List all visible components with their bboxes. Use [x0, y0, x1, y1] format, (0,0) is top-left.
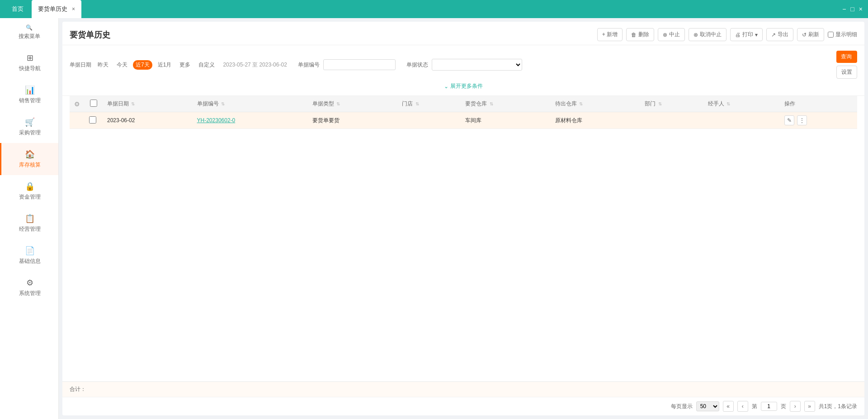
export-icon: ↗ — [771, 32, 776, 38]
print-dropdown-icon: ▾ — [755, 32, 758, 38]
sidebar-item-label: 资金管理 — [19, 193, 41, 201]
delete-icon: 🗑 — [631, 32, 637, 38]
date-tab-1month[interactable]: 近1月 — [155, 60, 175, 70]
main-content: 要货单历史 + 新增 🗑 删除 ⊗ 中止 ⊗ 取消中止 — [59, 18, 868, 419]
table-header-row: ⚙ 单据日期 ⇅ 单据编号 ⇅ — [70, 96, 857, 112]
date-tab-custom[interactable]: 自定义 — [196, 60, 217, 70]
order-no-filter: 单据编号 — [298, 59, 396, 70]
filter-row: 单据日期 昨天 今天 近7天 近1月 更多 自定义 2023-05-27 至 2… — [70, 51, 857, 79]
order-no-input[interactable] — [323, 59, 396, 70]
print-icon: 🖨 — [735, 32, 741, 38]
date-filter: 单据日期 昨天 今天 近7天 近1月 更多 自定义 2023-05-27 至 2… — [70, 60, 287, 70]
order-no-link[interactable]: YH-20230602-0 — [197, 117, 236, 124]
table-row: 2023-06-02 YH-20230602-0 要货单要货 车间库 原材料仓库 — [70, 112, 857, 129]
sidebar-item-finance[interactable]: 🔒 资金管理 — [0, 175, 58, 207]
date-tab-more[interactable]: 更多 — [177, 60, 193, 70]
maximize-icon[interactable]: □ — [850, 5, 854, 13]
col-settings: ⚙ — [70, 96, 85, 112]
header-actions: + 新增 🗑 删除 ⊗ 中止 ⊗ 取消中止 🖨 打 — [597, 28, 857, 41]
col-date-header: 单据日期 ⇅ — [103, 96, 193, 112]
sidebar-item-purchase[interactable]: 🛒 采购管理 — [0, 111, 58, 143]
page-size-label: 每页显示 — [671, 403, 693, 410]
sidebar-item-base-info[interactable]: 📄 基础信息 — [0, 239, 58, 271]
row-pending-warehouse: 原材料仓库 — [551, 112, 640, 129]
sidebar-search[interactable]: 🔍 搜索菜单 — [0, 18, 58, 47]
sidebar-item-system[interactable]: ⚙ 系统管理 — [0, 271, 58, 304]
sort-icon: ⇅ — [336, 101, 340, 106]
close-tab-icon[interactable]: × — [72, 6, 75, 12]
sidebar: 🔍 搜索菜单 ⊞ 快捷导航 📊 销售管理 🛒 采购管理 🏠 库存核算 🔒 资金管… — [0, 18, 59, 419]
sidebar-item-label: 经营管理 — [19, 225, 41, 233]
row-dept — [640, 112, 703, 129]
quick-nav-icon: ⊞ — [27, 53, 33, 63]
row-date: 2023-06-02 — [103, 112, 193, 129]
sidebar-item-label: 快捷导航 — [19, 65, 41, 72]
status-filter: 单据状态 — [406, 59, 522, 71]
date-tab-today[interactable]: 今天 — [114, 60, 130, 70]
status-select[interactable] — [432, 59, 522, 71]
col-req-warehouse-header: 要货仓库 ⇅ — [461, 96, 550, 112]
display-detail-checkbox-label[interactable]: 显示明细 — [828, 31, 857, 38]
row-more-button[interactable]: ⋮ — [797, 115, 807, 125]
print-button[interactable]: 🖨 打印 ▾ — [730, 28, 763, 41]
column-settings-icon[interactable]: ⚙ — [74, 100, 80, 108]
new-button[interactable]: + 新增 — [597, 28, 623, 41]
sort-icon: ⇅ — [490, 101, 493, 106]
home-tab[interactable]: 首页 — [5, 0, 30, 18]
sidebar-item-label: 基础信息 — [19, 257, 41, 265]
sort-icon: ⇅ — [726, 101, 730, 106]
sort-icon: ⇅ — [579, 101, 583, 106]
row-order-no: YH-20230602-0 — [193, 112, 308, 129]
expand-more-btn[interactable]: ⌄ 展开更多条件 — [70, 82, 857, 90]
row-req-warehouse: 车间库 — [461, 112, 550, 129]
page-number-input[interactable] — [761, 402, 777, 411]
sidebar-item-sales[interactable]: 📊 销售管理 — [0, 79, 58, 111]
base-info-icon: 📄 — [25, 246, 35, 256]
sidebar-item-label: 库存核算 — [19, 161, 41, 169]
page-title: 要货单历史 — [70, 29, 110, 40]
page-suffix: 页 — [781, 403, 786, 410]
select-all-checkbox[interactable] — [90, 100, 97, 107]
sort-icon: ⇅ — [658, 101, 662, 106]
search-button[interactable]: 查询 — [836, 51, 857, 63]
sort-icon: ⇅ — [221, 101, 225, 106]
finance-icon: 🔒 — [25, 181, 35, 191]
row-store — [397, 112, 461, 129]
window-controls: − □ × — [842, 5, 863, 13]
cancel-suspend-button[interactable]: ⊗ 取消中止 — [689, 28, 726, 41]
col-dept-header: 部门 ⇅ — [640, 96, 703, 112]
sort-icon: ⇅ — [131, 101, 135, 106]
summary-label: 合计： — [70, 386, 86, 392]
top-bar: 首页 要货单历史 × − □ × — [0, 0, 868, 18]
date-range-display: 2023-05-27 至 2023-06-02 — [223, 61, 287, 69]
suspend-button[interactable]: ⊗ 中止 — [658, 28, 685, 41]
close-window-icon[interactable]: × — [859, 5, 863, 13]
prev-page-button[interactable]: ‹ — [737, 401, 748, 412]
col-order-no-header: 单据编号 ⇅ — [193, 96, 308, 112]
sidebar-item-inventory[interactable]: 🏠 库存核算 — [0, 143, 58, 175]
row-checkbox[interactable] — [89, 116, 96, 124]
next-page-button[interactable]: › — [790, 401, 801, 412]
sidebar-item-label: 采购管理 — [19, 129, 41, 137]
col-pending-warehouse-header: 待出仓库 ⇅ — [551, 96, 640, 112]
date-tab-7days[interactable]: 近7天 — [133, 60, 152, 70]
row-action-buttons: ✎ ⋮ — [784, 115, 853, 125]
date-tab-yesterday[interactable]: 昨天 — [95, 60, 111, 70]
sidebar-item-operations[interactable]: 📋 经营管理 — [0, 207, 58, 239]
delete-button[interactable]: 🗑 删除 — [626, 28, 654, 41]
export-button[interactable]: ↗ 导出 — [766, 28, 793, 41]
sidebar-item-quick-nav[interactable]: ⊞ 快捷导航 — [0, 47, 58, 79]
date-filter-label: 单据日期 — [70, 61, 91, 69]
pagination: 每页显示 50 20 100 « ‹ 第 页 › » 共1页，1条记录 — [62, 397, 864, 415]
active-tab[interactable]: 要货单历史 × — [32, 0, 81, 18]
search-icon: 🔍 — [26, 24, 33, 31]
operations-icon: 📋 — [25, 214, 35, 224]
row-edit-button[interactable]: ✎ — [784, 115, 794, 125]
settings-button[interactable]: 设置 — [836, 66, 857, 79]
minimize-icon[interactable]: − — [842, 5, 846, 13]
last-page-button[interactable]: » — [804, 401, 815, 412]
display-detail-checkbox[interactable] — [828, 32, 834, 38]
page-size-select[interactable]: 50 20 100 — [696, 401, 719, 411]
refresh-button[interactable]: ↺ 刷新 — [797, 28, 824, 41]
first-page-button[interactable]: « — [723, 401, 734, 412]
